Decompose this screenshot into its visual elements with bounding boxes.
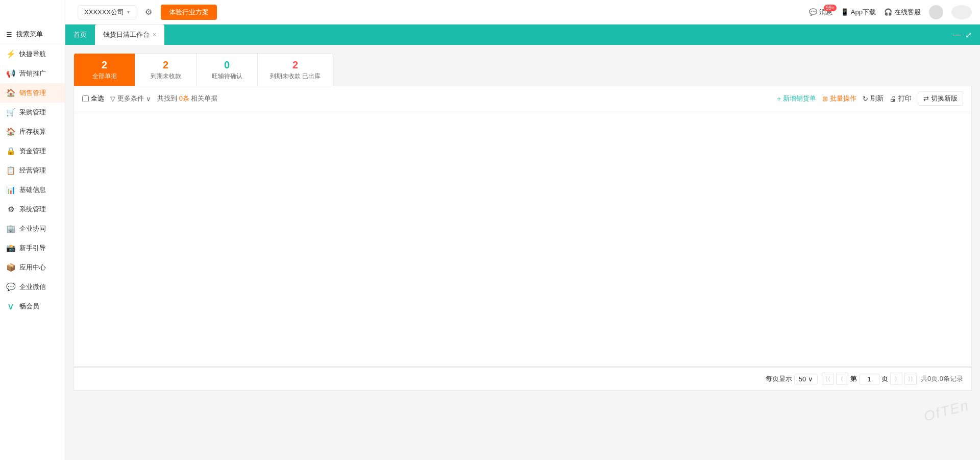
operations-icon: 📋 <box>6 166 15 175</box>
filter-icon: ▽ <box>110 95 115 103</box>
filter-chevron-icon: ∨ <box>146 95 151 103</box>
sidebar-item-guide[interactable]: 📸 新手引导 <box>0 238 65 258</box>
refresh-icon: ↻ <box>863 95 868 103</box>
message-icon: 💬 <box>809 8 817 16</box>
sidebar-item-enterprise[interactable]: 🏢 企业协同 <box>0 219 65 238</box>
sidebar-item-vip[interactable]: V 畅会员 <box>0 297 65 316</box>
search-label: 搜索菜单 <box>16 30 43 39</box>
tab-active[interactable]: 钱货日清工作台 × <box>95 25 164 45</box>
message-badge: 99+ <box>824 5 837 11</box>
next-page-btn[interactable]: ⟩ <box>890 373 902 385</box>
select-all-input[interactable] <box>82 95 89 102</box>
per-page-value[interactable]: 50 ∨ <box>794 374 818 384</box>
sidebar-item-label: 营销推广 <box>19 69 46 78</box>
company-selector[interactable]: XXXXXX公司 ▾ <box>78 5 136 19</box>
stat-tab-overdue-shipped[interactable]: 2 到期未收款 已出库 <box>258 54 333 86</box>
close-tab-icon[interactable]: × <box>153 31 156 38</box>
switch-label: 切换新版 <box>931 94 958 103</box>
print-icon: 🖨 <box>890 95 896 103</box>
stat-label-overdue: 到期未收款 <box>148 72 184 81</box>
table-area <box>74 111 972 367</box>
stat-tab-all[interactable]: 2 全部单据 <box>74 54 135 86</box>
sidebar-item-sales[interactable]: 🏠 销售管理 <box>0 83 65 103</box>
company-name: XXXXXX公司 <box>84 8 124 17</box>
sidebar-item-label: 经营管理 <box>19 166 46 175</box>
avatar-placeholder[interactable] <box>951 5 972 19</box>
found-suffix: 相关单据 <box>191 94 217 102</box>
stat-num-all: 2 <box>86 59 122 71</box>
page-total: 共0页,0条记录 <box>921 374 963 383</box>
tab-home[interactable]: 首页 <box>65 25 95 45</box>
refresh-btn[interactable]: ↻ 刷新 <box>863 94 884 103</box>
gear-icon: ⚙ <box>145 7 152 17</box>
sidebar-item-label: 畅会员 <box>19 302 39 311</box>
sidebar-item-label: 销售管理 <box>19 88 46 98</box>
main-content: 2 全部单据 2 到期未收款 0 旺辅待确认 2 到期未收款 已出库 全选 ▽ … <box>65 45 980 460</box>
sidebar: ☰ 搜索菜单 ⚡ 快捷导航 📢 营销推广 🏠 销售管理 🛒 采购管理 🏠 库存核… <box>0 0 65 460</box>
sidebar-search[interactable]: ☰ 搜索菜单 <box>0 25 65 44</box>
add-sales-btn[interactable]: + 新增销货单 <box>777 94 816 103</box>
sidebar-item-label: 资金管理 <box>19 147 46 156</box>
trial-button[interactable]: 体验行业方案 <box>161 5 217 20</box>
avatar[interactable] <box>929 5 943 19</box>
online-service-item[interactable]: 🎧 在线客服 <box>884 8 921 17</box>
search-icon: ☰ <box>6 31 12 38</box>
vip-icon: V <box>6 302 15 311</box>
batch-label: 批量操作 <box>830 94 856 103</box>
page-input[interactable] <box>859 374 879 384</box>
found-text: 共找到 0条 相关单据 <box>157 94 217 103</box>
found-prefix: 共找到 <box>157 94 177 102</box>
app-center-icon: 📦 <box>6 263 15 272</box>
app-download-item[interactable]: 📱 App下载 <box>841 8 876 17</box>
sidebar-item-wechat[interactable]: 💬 企业微信 <box>0 277 65 297</box>
print-label: 打印 <box>898 94 912 103</box>
sidebar-item-label: 应用中心 <box>19 263 46 272</box>
refresh-label: 刷新 <box>870 94 884 103</box>
sidebar-item-purchase[interactable]: 🛒 采购管理 <box>0 103 65 122</box>
add-label: 新增销货单 <box>783 94 816 103</box>
sidebar-item-system[interactable]: ⚙ 系统管理 <box>0 200 65 219</box>
sidebar-item-label: 新手引导 <box>19 244 46 253</box>
minimize-icon[interactable]: — <box>953 30 961 39</box>
basic-info-icon: 📊 <box>6 185 15 195</box>
active-tab-label: 钱货日清工作台 <box>103 30 150 39</box>
stat-label-pending: 旺辅待确认 <box>209 72 245 81</box>
stat-num-overdue-shipped: 2 <box>270 59 321 71</box>
per-page-label: 每页显示 <box>766 374 792 383</box>
sidebar-item-label: 库存核算 <box>19 127 46 136</box>
settings-icon-btn[interactable]: ⚙ <box>140 4 157 20</box>
sidebar-item-operations[interactable]: 📋 经营管理 <box>0 161 65 180</box>
marketing-icon: 📢 <box>6 69 15 78</box>
select-all-label: 全选 <box>91 94 104 103</box>
sidebar-item-marketing[interactable]: 📢 营销推广 <box>0 64 65 83</box>
sidebar-item-finance[interactable]: 🔒 资金管理 <box>0 141 65 161</box>
top-header: 好 畅捷通好生意 标准版 XXXXXX公司 ▾ ⚙ 体验行业方案 💬 消息 99… <box>0 0 980 25</box>
batch-op-btn[interactable]: ⊞ 批量操作 <box>822 94 856 103</box>
stat-tab-overdue[interactable]: 2 到期未收款 <box>135 54 197 86</box>
switch-version-btn[interactable]: ⇄ 切换新版 <box>918 91 963 106</box>
message-item[interactable]: 💬 消息 99+ <box>809 8 832 17</box>
maximize-icon[interactable]: ⤢ <box>965 30 972 40</box>
print-btn[interactable]: 🖨 打印 <box>890 94 912 103</box>
wechat-icon: 💬 <box>6 282 15 292</box>
sidebar-item-basic-info[interactable]: 📊 基础信息 <box>0 180 65 200</box>
filter-button[interactable]: ▽ 更多条件 ∨ <box>110 94 151 103</box>
sidebar-item-inventory[interactable]: 🏠 库存核算 <box>0 122 65 141</box>
sidebar-item-app-center[interactable]: 📦 应用中心 <box>0 258 65 277</box>
sales-icon: 🏠 <box>6 88 15 98</box>
toolbar: 全选 ▽ 更多条件 ∨ 共找到 0条 相关单据 + 新增销货单 ⊞ 批量操作 ↻… <box>74 86 972 111</box>
switch-icon: ⇄ <box>923 95 929 103</box>
sidebar-item-label: 基础信息 <box>19 185 46 195</box>
batch-icon: ⊞ <box>822 95 828 103</box>
found-count: 0条 <box>179 94 189 102</box>
last-page-btn[interactable]: ⟩⟩ <box>904 373 917 385</box>
home-tab-label: 首页 <box>74 30 87 39</box>
first-page-btn[interactable]: ⟨⟨ <box>822 373 834 385</box>
prev-page-btn[interactable]: ⟨ <box>836 373 848 385</box>
sidebar-item-quick-nav[interactable]: ⚡ 快捷导航 <box>0 44 65 64</box>
toolbar-right: + 新增销货单 ⊞ 批量操作 ↻ 刷新 🖨 打印 ⇄ 切换新版 <box>777 91 963 106</box>
stat-tab-pending[interactable]: 0 旺辅待确认 <box>197 54 258 86</box>
select-all-checkbox[interactable]: 全选 <box>82 94 104 103</box>
filter-label: 更多条件 <box>117 94 144 103</box>
nav-tabs-right: — ⤢ <box>953 30 980 40</box>
